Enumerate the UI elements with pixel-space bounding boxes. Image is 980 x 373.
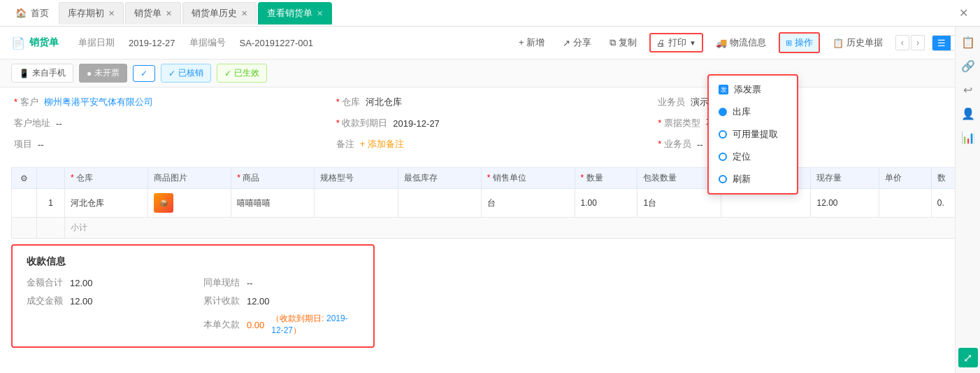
add-invoice-icon: 发 — [719, 85, 728, 94]
available-qty-item[interactable]: 可用量提取 — [709, 123, 797, 146]
summary-title: 收款信息 — [27, 255, 359, 268]
owed-value: 0.00 — [247, 320, 264, 330]
close-inventory-tab[interactable]: ✕ — [108, 9, 115, 18]
table-container: ⚙ 仓库 商品图片 商品 规格型号 最低库存 销售单位 数量 包装数量 可用量 … — [11, 167, 969, 239]
tab-view-sales[interactable]: 查看销货单 ✕ — [258, 2, 332, 24]
notes-icon: 📋 — [961, 36, 975, 49]
doc-number-label: 单据编号 — [189, 36, 226, 49]
staff2-value: -- — [697, 139, 703, 150]
tab-home[interactable]: 🏠 首页 — [7, 2, 57, 24]
tab-sales-history[interactable]: 销货单历史 ✕ — [182, 2, 257, 24]
from-phone-button[interactable]: 📱 来自手机 — [11, 64, 73, 83]
already-effect-button[interactable]: ✓ 已生效 — [217, 64, 267, 83]
col-settings[interactable]: ⚙ — [12, 168, 37, 189]
prev-button[interactable]: ‹ — [895, 35, 909, 50]
confirm-button[interactable]: ✓ — [133, 65, 155, 82]
project-value: -- — [38, 139, 44, 150]
already-cancel-button[interactable]: ✓ 已核销 — [161, 64, 211, 83]
copy-button[interactable]: ⧉ 复制 — [604, 34, 642, 52]
ticket-type-label: 票据类型 — [658, 117, 700, 129]
sidebar-link-button[interactable]: 🔗 — [958, 56, 978, 76]
print-icon: 🖨 — [656, 38, 665, 48]
col-seq — [37, 168, 65, 189]
cumulative-value: 12.00 — [247, 296, 270, 307]
owed-row: 本单欠款 0.00 （收款到期日: 2019-12-27） — [203, 313, 359, 337]
cumulative-row: 累计收款 12.00 — [203, 295, 359, 307]
chart-icon: 📊 — [961, 131, 975, 144]
operation-dropdown: 发 添发票 出库 可用量提取 定位 刷新 — [707, 74, 798, 195]
subtotal-label: 小计 — [65, 218, 969, 239]
summary-box: 收款信息 金额合计 12.00 同单现结 -- 成交金额 12.00 累计收款 … — [11, 244, 375, 348]
document-header: 📄 销货单 单据日期 2019-12-27 单据编号 SA-20191227-0… — [0, 27, 980, 59]
staff2-label: 业务员 — [658, 138, 691, 150]
nav-arrows: ‹ › — [895, 35, 925, 50]
address-value: -- — [56, 118, 62, 129]
not-open-button[interactable]: ● 未开票 — [79, 64, 127, 83]
undo-icon: ↩ — [963, 83, 972, 97]
share-icon: ↗ — [563, 38, 570, 48]
payment-date-label: 收款到期日 — [336, 117, 388, 129]
doc-number-value: SA-20191227-001 — [240, 38, 314, 48]
row-warehouse: 河北仓库 — [65, 189, 148, 218]
add-invoice-label: 添发票 — [734, 83, 761, 96]
col-min-stock: 最低库存 — [398, 168, 481, 189]
cumulative-label: 累计收款 — [203, 295, 240, 307]
out-warehouse-icon — [719, 108, 727, 116]
history-button[interactable]: 📋 历史单据 — [827, 34, 888, 52]
list-view-button[interactable]: ☰ — [932, 36, 951, 50]
subtotal-row: 小计 — [12, 218, 969, 239]
out-warehouse-item[interactable]: 出库 — [709, 101, 797, 123]
operation-button[interactable]: ⊞ 操作 — [779, 32, 820, 53]
close-sales-tab[interactable]: ✕ — [166, 9, 172, 18]
print-dropdown-icon: ▼ — [689, 39, 696, 47]
note-add-btn[interactable]: + 添加备注 — [360, 138, 404, 150]
available-qty-label: 可用量提取 — [733, 128, 778, 141]
sidebar-undo-button[interactable]: ↩ — [958, 80, 978, 99]
form-row-1: 客户 柳州粤港平安气体有限公司 仓库 河北仓库 业务员 演示账号 — [14, 96, 966, 108]
doc-meta: 单据日期 2019-12-27 单据编号 SA-20191227-001 — [78, 36, 313, 49]
ticket-type-field: 票据类型 不开票 — [658, 117, 966, 129]
sidebar-expand-button[interactable]: ⤢ — [958, 348, 978, 367]
sidebar-notes-button[interactable]: 📋 — [958, 32, 978, 52]
product-table: ⚙ 仓库 商品图片 商品 规格型号 最低库存 销售单位 数量 包装数量 可用量 … — [11, 167, 969, 239]
project-field: 项目 -- — [14, 138, 322, 150]
locate-item[interactable]: 定位 — [709, 146, 797, 168]
customer-value[interactable]: 柳州粤港平安气体有限公司 — [44, 96, 153, 108]
sidebar-user-button[interactable]: 👤 — [958, 104, 978, 123]
add-invoice-item[interactable]: 发 添发票 — [709, 78, 797, 101]
row-seq: 1 — [37, 189, 65, 218]
operation-icon: ⊞ — [786, 38, 792, 48]
doc-date-value: 2019-12-27 — [129, 38, 175, 48]
same-order-value: -- — [247, 278, 253, 288]
form-area: 客户 柳州粤港平安气体有限公司 仓库 河北仓库 业务员 演示账号 客户地址 -- — [0, 87, 980, 167]
owed-label: 本单欠款 — [203, 318, 240, 331]
logistics-button[interactable]: 🚚 物流信息 — [710, 34, 772, 52]
deal-amount-value: 12.00 — [70, 296, 93, 307]
customer-field: 客户 柳州粤港平安气体有限公司 — [14, 96, 322, 108]
address-label: 客户地址 — [14, 117, 50, 129]
next-button[interactable]: › — [911, 35, 925, 50]
new-button[interactable]: + 新增 — [513, 34, 550, 52]
close-history-tab[interactable]: ✕ — [241, 9, 247, 18]
tab-sales[interactable]: 销货单 ✕ — [125, 2, 181, 24]
col-stock: 现存量 — [811, 168, 879, 189]
sidebar-chart-button[interactable]: 📊 — [958, 127, 978, 147]
row-settings[interactable] — [12, 189, 37, 218]
print-button[interactable]: 🖨 打印 ▼ — [649, 33, 703, 52]
close-view-sales-tab[interactable]: ✕ — [317, 9, 323, 18]
refresh-item[interactable]: 刷新 — [709, 168, 797, 190]
copy-icon: ⧉ — [610, 37, 616, 48]
right-sidebar: 📋 🔗 ↩ 👤 📊 ⤢ — [955, 27, 980, 373]
row-stock: 12.00 — [811, 189, 879, 218]
tab-inventory[interactable]: 库存期初 ✕ — [59, 2, 124, 24]
cancel-check-icon: ✓ — [168, 69, 175, 78]
out-warehouse-label: 出库 — [733, 106, 751, 118]
warehouse-field: 仓库 河北仓库 — [336, 96, 644, 108]
plus-icon: + — [360, 139, 366, 149]
window-close-button[interactable]: ✕ — [953, 3, 973, 23]
row-product: 嘻嘻嘻嘻 — [231, 189, 315, 218]
share-button[interactable]: ↗ 分享 — [557, 34, 597, 52]
col-product-img: 商品图片 — [148, 168, 231, 189]
col-price: 单价 — [879, 168, 931, 189]
amount-total-label: 金额合计 — [27, 276, 63, 289]
